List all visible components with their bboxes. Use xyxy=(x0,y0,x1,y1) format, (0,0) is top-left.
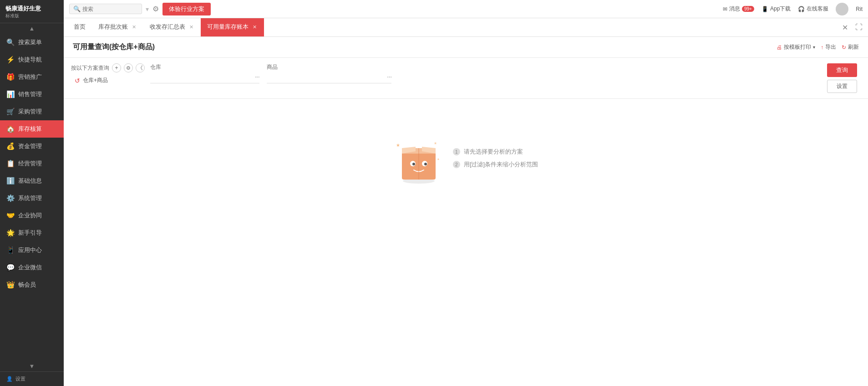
search-input[interactable] xyxy=(82,6,132,12)
scheme-gear-icon: ⚙ xyxy=(126,65,131,71)
empty-state: ★ ★ ✦ 1 请先选择要分析的方案 2 用[过滤]条件来缩小分析范围 xyxy=(64,99,868,217)
sidebar-item-label: 经营管理 xyxy=(18,160,42,168)
search-dropdown-icon[interactable]: ▾ xyxy=(146,5,149,13)
svg-point-7 xyxy=(412,163,415,165)
scheme-collapse-btn[interactable]: 《 xyxy=(136,63,145,72)
filter-area: 按以下方案查询 + ⚙ 《 ↺ 仓库+商品 仓库 xyxy=(64,58,868,99)
export-icon: ↑ xyxy=(821,44,823,51)
svg-text:★: ★ xyxy=(434,141,437,145)
export-btn[interactable]: ↑ 导出 xyxy=(821,43,836,51)
tab-batch-close[interactable]: ✕ xyxy=(131,24,137,30)
sidebar-item-newbie[interactable]: 🌟 新手引导 xyxy=(0,224,64,242)
expand-tab-icon[interactable]: ⛶ xyxy=(853,21,864,33)
sidebar-item-sales[interactable]: 📊 销售管理 xyxy=(0,86,64,103)
sidebar-item-inventory[interactable]: 🏠 库存核算 xyxy=(0,120,64,138)
sidebar-item-label: 畅会员 xyxy=(18,281,36,289)
filter-field-product: 商品 ··· xyxy=(267,63,391,83)
sidebar-item-marketing[interactable]: 🎁 营销推广 xyxy=(0,68,64,86)
message-btn[interactable]: ✉ 消息 99+ xyxy=(723,5,754,13)
tab-home-label: 首页 xyxy=(74,23,86,31)
sidebar-logo: 畅康通好生意 标准版 xyxy=(0,0,64,23)
user-avatar[interactable] xyxy=(836,3,848,15)
print-label: 按模板打印 xyxy=(784,43,811,51)
app-version: 标准版 xyxy=(5,13,58,19)
tab-batch-label: 库存批次账 xyxy=(98,23,128,31)
sidebar-item-label: 搜索菜单 xyxy=(18,38,42,46)
sidebar-nav: 🔍 搜索菜单 ⚡ 快捷导航 🎁 营销推广 📊 销售管理 🛒 采购管理 🏠 库存核… xyxy=(0,34,64,361)
tab-collection-summary[interactable]: 收发存汇总表 ✕ xyxy=(143,18,201,36)
sidebar-item-label: 快捷导航 xyxy=(18,56,42,64)
topbar-search-box[interactable]: 🔍 xyxy=(69,4,142,14)
sidebar-scroll-up[interactable]: ▲ xyxy=(0,23,64,34)
topbar-right: ✉ 消息 99+ 📱 App下载 🎧 在线客服 Rit xyxy=(723,3,863,15)
content-inner: 可用量查询(按仓库+商品) 🖨 按模板打印 ▾ ↑ 导出 ↻ 刷新 xyxy=(64,37,868,386)
settings-btn[interactable]: 设置 xyxy=(827,80,857,93)
user-name: 设置 xyxy=(15,376,25,382)
sidebar-scroll-down[interactable]: ▼ xyxy=(0,361,64,371)
ops-icon: 📋 xyxy=(6,160,15,168)
info-icon: ℹ️ xyxy=(6,177,15,185)
page-title: 可用量查询(按仓库+商品) xyxy=(73,42,155,52)
refresh-label: 刷新 xyxy=(848,43,859,51)
trial-btn[interactable]: 体验行业方案 xyxy=(162,3,211,15)
refresh-btn[interactable]: ↻ 刷新 xyxy=(842,43,859,51)
scheme-settings-btn[interactable]: ⚙ xyxy=(124,63,133,72)
sidebar-item-label: 企业微信 xyxy=(18,263,42,272)
phone-icon: 📱 xyxy=(761,6,768,12)
tab-available-close[interactable]: ✕ xyxy=(251,24,258,30)
tab-collection-close[interactable]: ✕ xyxy=(188,24,194,30)
empty-text: 1 请先选择要分析的方案 2 用[过滤]条件来缩小分析范围 xyxy=(453,148,538,169)
content-area: 可用量查询(按仓库+商品) 🖨 按模板打印 ▾ ↑ 导出 ↻ 刷新 xyxy=(64,37,868,386)
search-icon: 🔍 xyxy=(6,38,15,46)
sidebar-item-app-center[interactable]: 📱 应用中心 xyxy=(0,242,64,259)
query-btn[interactable]: 查询 xyxy=(827,63,857,77)
print-dropdown-icon[interactable]: ▾ xyxy=(813,45,815,50)
sidebar-item-search[interactable]: 🔍 搜索菜单 xyxy=(0,34,64,51)
sidebar-item-label: 库存核算 xyxy=(18,125,42,133)
tab-home[interactable]: 首页 xyxy=(67,18,92,36)
sidebar-item-enterprise[interactable]: 🤝 企业协同 xyxy=(0,207,64,224)
sidebar-item-shortcut[interactable]: ⚡ 快捷导航 xyxy=(0,51,64,68)
sidebar-item-enterprise-wechat[interactable]: 💬 企业微信 xyxy=(0,259,64,276)
scheme-refresh-icon: ↺ xyxy=(75,77,80,84)
online-service-btn[interactable]: 🎧 在线客服 xyxy=(798,5,828,13)
sidebar-item-finance[interactable]: 💰 资金管理 xyxy=(0,138,64,155)
app-download-btn[interactable]: 📱 App下载 xyxy=(761,5,791,13)
sidebar-item-purchase[interactable]: 🛒 采购管理 xyxy=(0,103,64,120)
cart-icon: 🛒 xyxy=(6,108,15,116)
warehouse-input[interactable] xyxy=(150,74,253,80)
warehouse-more-icon[interactable]: ··· xyxy=(255,73,259,81)
svg-text:✦: ✦ xyxy=(437,158,440,161)
settings-gear-icon[interactable]: ⚙ xyxy=(152,5,159,13)
main-area: 🔍 ▾ ⚙ 体验行业方案 ✉ 消息 99+ 📱 App下载 🎧 在线客服 Rit xyxy=(64,0,868,386)
filter-fields: 仓库 ··· 商品 ··· xyxy=(150,63,822,83)
sidebar-item-basic[interactable]: ℹ️ 基础信息 xyxy=(0,172,64,190)
print-icon: 🖨 xyxy=(777,44,782,51)
scheme-item-warehouse[interactable]: ↺ 仓库+商品 xyxy=(71,74,145,87)
tab-available-label: 可用量库存账本 xyxy=(207,23,249,31)
tab-batch-account[interactable]: 库存批次账 ✕ xyxy=(92,18,143,36)
sidebar-item-members[interactable]: 👑 畅会员 xyxy=(0,276,64,293)
filter-label: 按以下方案查询 xyxy=(71,64,109,72)
product-label: 商品 xyxy=(267,63,391,71)
shortcut-icon: ⚡ xyxy=(6,56,15,64)
message-badge: 99+ xyxy=(742,6,754,12)
scheme-add-btn[interactable]: + xyxy=(112,63,121,72)
tab-available-inventory[interactable]: 可用量库存账本 ✕ xyxy=(201,18,264,36)
handshake-icon: 🤝 xyxy=(6,211,15,220)
online-service-label: 在线客服 xyxy=(807,5,828,13)
print-btn[interactable]: 🖨 按模板打印 ▾ xyxy=(777,43,815,51)
product-input[interactable] xyxy=(267,74,385,80)
message-icon: ✉ xyxy=(723,6,727,12)
sidebar-bottom-user[interactable]: 👤 设置 xyxy=(0,371,64,386)
step-1-text: 请先选择要分析的方案 xyxy=(464,148,523,156)
app-icon: 📱 xyxy=(6,246,15,254)
sidebar-item-system[interactable]: ⚙️ 系统管理 xyxy=(0,190,64,207)
warehouse-icon: 🏠 xyxy=(6,125,15,133)
product-more-icon[interactable]: ··· xyxy=(387,73,391,81)
sidebar-item-operations[interactable]: 📋 经营管理 xyxy=(0,155,64,172)
tab-collection-label: 收发存汇总表 xyxy=(150,23,185,31)
sidebar-item-label: 系统管理 xyxy=(18,194,42,202)
step-1-num: 1 xyxy=(453,148,460,155)
close-tab-icon[interactable]: ✕ xyxy=(840,21,850,34)
